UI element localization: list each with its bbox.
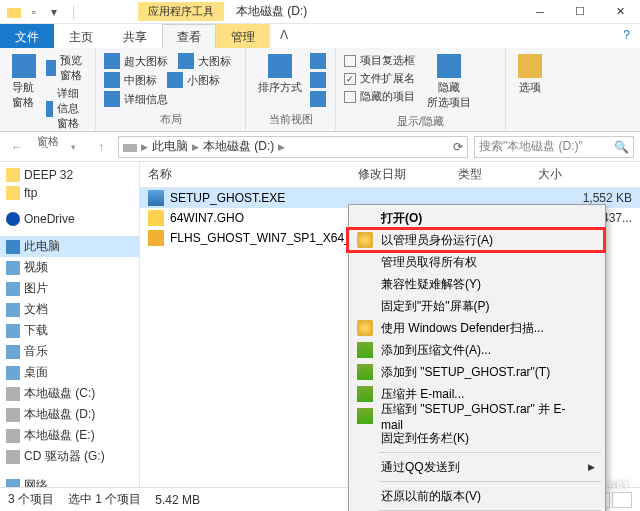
col-type[interactable]: 类型: [450, 162, 530, 187]
contextual-tab-label: 应用程序工具: [138, 2, 224, 21]
crumb-drive[interactable]: 本地磁盘 (D:): [203, 138, 274, 155]
tree-node[interactable]: 桌面: [0, 362, 139, 383]
col-opt[interactable]: [310, 90, 326, 108]
qat-item[interactable]: ▫: [26, 4, 42, 20]
tree-node[interactable]: OneDrive: [0, 210, 139, 228]
tree-node[interactable]: ftp: [0, 184, 139, 202]
menu-item[interactable]: 兼容性疑难解答(Y): [351, 273, 603, 295]
layout-details[interactable]: 详细信息: [104, 90, 237, 108]
preview-pane-button[interactable]: 预览窗格: [46, 52, 87, 84]
checkbox-item-boxes[interactable]: 项目复选框: [344, 52, 415, 69]
search-input[interactable]: 搜索"本地磁盘 (D:)" 🔍: [474, 136, 634, 158]
thumb-view-icon[interactable]: [612, 492, 632, 508]
layout-extra-large[interactable]: 超大图标 大图标: [104, 52, 237, 70]
col-size[interactable]: 大小: [530, 162, 590, 187]
drive-icon: [6, 387, 20, 401]
navigation-tree[interactable]: DEEP 32ftpOneDrive此电脑视频图片文档下载音乐桌面本地磁盘 (C…: [0, 162, 140, 487]
ribbon-collapse-icon[interactable]: ᐱ: [270, 24, 298, 48]
tree-label: ftp: [24, 186, 37, 200]
tree-node[interactable]: 网络: [0, 475, 139, 487]
chevron-right-icon[interactable]: ▶: [278, 142, 285, 152]
tree-label: CD 驱动器 (G:): [24, 448, 105, 465]
tree-node[interactable]: 文档: [0, 299, 139, 320]
layout-medium[interactable]: 中图标 小图标: [104, 71, 237, 89]
tree-node[interactable]: CD 驱动器 (G:): [0, 446, 139, 467]
hide-icon: [437, 54, 461, 78]
tree-node[interactable]: 图片: [0, 278, 139, 299]
menu-item[interactable]: 通过QQ发送到▶: [351, 456, 603, 478]
hide-items-button[interactable]: 隐藏 所选项目: [423, 52, 475, 112]
tree-node[interactable]: 音乐: [0, 341, 139, 362]
options-icon: [518, 54, 542, 78]
chevron-right-icon[interactable]: ▶: [192, 142, 199, 152]
maximize-button[interactable]: ☐: [560, 0, 600, 24]
tree-node[interactable]: 本地磁盘 (D:): [0, 404, 139, 425]
file-icon: [148, 190, 164, 206]
details-pane-button[interactable]: 详细信息窗格: [46, 85, 87, 132]
menu-item[interactable]: 固定到任务栏(K): [351, 427, 603, 449]
tab-view[interactable]: 查看: [162, 24, 216, 48]
layout-icon: [167, 72, 183, 88]
tree-node[interactable]: [0, 228, 139, 236]
tree-node[interactable]: 视频: [0, 257, 139, 278]
tree-node[interactable]: 下载: [0, 320, 139, 341]
crumb-this-pc[interactable]: 此电脑: [152, 138, 188, 155]
checkbox-icon: [344, 55, 356, 67]
tab-home[interactable]: 主页: [54, 24, 108, 48]
tab-share[interactable]: 共享: [108, 24, 162, 48]
checkbox-hidden[interactable]: 隐藏的项目: [344, 88, 415, 105]
context-menu: 打开(O)以管理员身份运行(A)管理员取得所有权兼容性疑难解答(Y)固定到"开始…: [348, 204, 606, 511]
up-button[interactable]: ↑: [90, 136, 112, 158]
checkbox-file-ext[interactable]: ✓文件扩展名: [344, 70, 415, 87]
nav-pane-label: 导航窗格: [12, 80, 36, 110]
close-button[interactable]: ✕: [600, 0, 640, 24]
nav-pane-button[interactable]: 导航窗格: [8, 52, 40, 132]
address-bar: ← → ▾ ↑ ▶ 此电脑 ▶ 本地磁盘 (D:) ▶ ⟳ 搜索"本地磁盘 (D…: [0, 132, 640, 162]
menu-item[interactable]: 添加到 "SETUP_GHOST.rar"(T): [351, 361, 603, 383]
col-opt[interactable]: [310, 52, 326, 70]
column-headers[interactable]: 名称 修改日期 类型 大小: [140, 162, 640, 188]
menu-item[interactable]: 打开(O): [351, 207, 603, 229]
status-count: 3 个项目: [8, 491, 54, 508]
tree-node[interactable]: DEEP 32: [0, 166, 139, 184]
menu-item[interactable]: 管理员取得所有权: [351, 251, 603, 273]
sort-button[interactable]: 排序方式: [254, 52, 306, 108]
options-button[interactable]: 选项: [514, 52, 546, 97]
menu-item[interactable]: 还原以前的版本(V): [351, 485, 603, 507]
tree-node[interactable]: [0, 202, 139, 210]
tree-label: 本地磁盘 (D:): [24, 406, 95, 423]
col-name[interactable]: 名称: [140, 162, 350, 187]
menu-item[interactable]: 以管理员身份运行(A): [351, 229, 603, 251]
menu-item[interactable]: 使用 Windows Defender扫描...: [351, 317, 603, 339]
tab-manage[interactable]: 管理: [216, 24, 270, 48]
breadcrumb[interactable]: ▶ 此电脑 ▶ 本地磁盘 (D:) ▶ ⟳: [118, 136, 468, 158]
recent-dropdown[interactable]: ▾: [62, 136, 84, 158]
tab-file[interactable]: 文件: [0, 24, 54, 48]
group-label: 布局: [104, 112, 237, 127]
help-icon[interactable]: ?: [613, 24, 640, 48]
tree-label: 音乐: [24, 343, 48, 360]
forward-button[interactable]: →: [34, 136, 56, 158]
col-date[interactable]: 修改日期: [350, 162, 450, 187]
drive-icon: [6, 429, 20, 443]
menu-item[interactable]: 压缩到 "SETUP_GHOST.rar" 并 E-mail: [351, 405, 603, 427]
file-name: SETUP_GHOST.EXE: [170, 191, 572, 205]
thispc-icon: [6, 240, 20, 254]
menu-label: 通过QQ发送到: [381, 459, 460, 476]
tree-node[interactable]: [0, 467, 139, 475]
tree-node[interactable]: 本地磁盘 (E:): [0, 425, 139, 446]
menu-item[interactable]: 添加到压缩文件(A)...: [351, 339, 603, 361]
minimize-button[interactable]: ─: [520, 0, 560, 24]
menu-item[interactable]: 固定到"开始"屏幕(P): [351, 295, 603, 317]
tree-label: 下载: [24, 322, 48, 339]
tree-label: 本地磁盘 (C:): [24, 385, 95, 402]
col-opt[interactable]: [310, 71, 326, 89]
tree-node[interactable]: 本地磁盘 (C:): [0, 383, 139, 404]
rar-icon: [357, 386, 373, 402]
back-button[interactable]: ←: [6, 136, 28, 158]
tree-node[interactable]: 此电脑: [0, 236, 139, 257]
chevron-right-icon[interactable]: ▶: [141, 142, 148, 152]
qat-dropdown-icon[interactable]: ▾: [46, 4, 62, 20]
generic-icon: [6, 303, 20, 317]
address-dropdown-icon[interactable]: ⟳: [453, 140, 463, 154]
